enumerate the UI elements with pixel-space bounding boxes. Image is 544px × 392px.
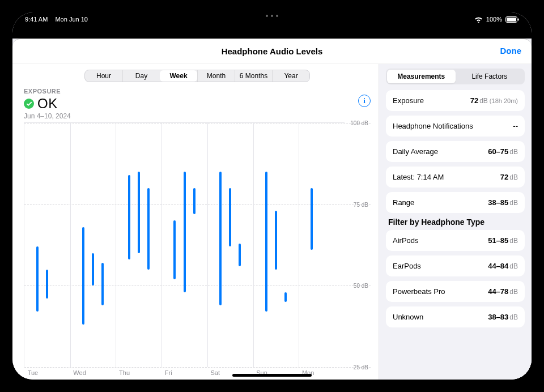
- measurement-row-1-label: Headphone Notifications: [393, 122, 473, 130]
- done-button[interactable]: Done: [500, 46, 522, 56]
- filter-row-3-value: 38–83dB: [488, 313, 518, 321]
- svg-rect-1: [507, 18, 516, 22]
- filter-row-0-label: AirPods: [393, 236, 419, 245]
- chart-bar[interactable]: [82, 227, 84, 325]
- x-tick-label: Fri: [165, 369, 172, 376]
- home-indicator[interactable]: [232, 374, 312, 377]
- measurement-row-3-label: Latest: 7:14 AM: [393, 173, 444, 181]
- time-range-week[interactable]: Week: [160, 70, 197, 82]
- measurement-row-0[interactable]: Exposure72dB(18h 20m): [386, 90, 525, 111]
- chart-bar[interactable]: [284, 292, 287, 302]
- measurement-row-2-label: Daily Average: [393, 147, 438, 156]
- chart-bar[interactable]: [173, 220, 176, 279]
- time-range-hour[interactable]: Hour: [85, 70, 122, 82]
- x-tick-label: Sat: [211, 369, 220, 376]
- sheet-body: HourDayWeekMonth6 MonthsYear EXPOSURE OK…: [12, 64, 532, 380]
- measurement-row-0-label: Exposure: [393, 96, 424, 105]
- y-tick-label: 50 dB: [354, 283, 368, 289]
- chart-bar[interactable]: [311, 188, 313, 250]
- y-tick-label: 100 dB: [350, 120, 368, 126]
- audio-level-chart[interactable]: 25 dB50 dB75 dB100 dBTueWedThuFriSatSunM…: [24, 122, 345, 367]
- measurements-list: Exposure72dB(18h 20m)Headphone Notificat…: [386, 90, 525, 213]
- status-time: 9:41 AM: [25, 16, 48, 23]
- filter-row-3-label: Unknown: [393, 313, 423, 321]
- battery-percent: 100%: [486, 16, 502, 23]
- chart-bar[interactable]: [239, 244, 241, 266]
- filter-row-3[interactable]: Unknown38–83dB: [386, 306, 525, 327]
- chart-bar[interactable]: [46, 270, 48, 299]
- main-panel: HourDayWeekMonth6 MonthsYear EXPOSURE OK…: [12, 64, 379, 380]
- chart-bar[interactable]: [138, 172, 140, 253]
- filter-row-0[interactable]: AirPods51–85dB: [386, 230, 525, 251]
- exposure-header: EXPOSURE OK Jun 4–10, 2024 i: [24, 88, 371, 120]
- screen: 9:41 AM Mon Jun 10 100% Headphone Audio …: [12, 12, 532, 380]
- x-tick-label: Tue: [28, 369, 39, 376]
- svg-rect-2: [518, 18, 519, 20]
- time-range-year[interactable]: Year: [272, 70, 309, 82]
- y-tick-label: 25 dB: [354, 364, 368, 370]
- page-title: Headphone Audio Levels: [222, 46, 323, 56]
- filter-row-1-label: EarPods: [393, 262, 421, 270]
- info-button[interactable]: i: [358, 95, 371, 107]
- time-range-day[interactable]: Day: [122, 70, 160, 82]
- side-panel: MeasurementsLife Factors Exposure72dB(18…: [379, 64, 532, 380]
- status-bar: 9:41 AM Mon Jun 10 100%: [12, 12, 532, 26]
- chart-bar[interactable]: [36, 246, 39, 312]
- chart-bar[interactable]: [193, 188, 196, 214]
- chart-area[interactable]: 25 dB50 dB75 dB100 dBTueWedThuFriSatSunM…: [24, 122, 371, 380]
- filter-row-0-value: 51–85dB: [488, 236, 518, 245]
- chart-bar[interactable]: [219, 172, 222, 305]
- x-tick-label: Thu: [119, 369, 130, 376]
- side-tabs-segmented-control[interactable]: MeasurementsLife Factors: [386, 69, 525, 84]
- filter-row-1[interactable]: EarPods44–84dB: [386, 255, 525, 276]
- time-range-month[interactable]: Month: [197, 70, 235, 82]
- measurement-row-4-value: 38–85dB: [488, 198, 518, 207]
- measurement-row-2[interactable]: Daily Average60–75dB: [386, 141, 525, 162]
- chart-bar[interactable]: [184, 172, 186, 292]
- measurement-row-3-value: 72dB: [500, 173, 518, 181]
- time-range-6months[interactable]: 6 Months: [235, 70, 272, 82]
- exposure-status: OK: [37, 96, 58, 112]
- chart-bar[interactable]: [101, 263, 104, 305]
- exposure-caption: EXPOSURE: [24, 88, 71, 95]
- measurement-row-0-value: 72dB(18h 20m): [470, 96, 518, 105]
- filter-row-2[interactable]: Powerbeats Pro44–78dB: [386, 281, 525, 302]
- time-range-segmented-control[interactable]: HourDayWeekMonth6 MonthsYear: [84, 70, 310, 82]
- chart-bar[interactable]: [128, 175, 130, 259]
- chart-bar[interactable]: [265, 172, 267, 312]
- measurement-row-4[interactable]: Range38–85dB: [386, 192, 525, 213]
- battery-icon: [505, 16, 519, 23]
- filter-section-title: Filter by Headphone Type: [388, 218, 522, 227]
- chart-bar[interactable]: [275, 211, 277, 269]
- side-tab-measurements[interactable]: Measurements: [387, 70, 456, 83]
- device-frame: 9:41 AM Mon Jun 10 100% Headphone Audio …: [0, 0, 544, 392]
- measurement-row-2-value: 60–75dB: [488, 147, 518, 156]
- filter-row-1-value: 44–84dB: [488, 262, 518, 270]
- status-ok-icon: [24, 99, 34, 109]
- filter-row-2-label: Powerbeats Pro: [393, 287, 445, 296]
- chart-bar[interactable]: [147, 188, 150, 270]
- filter-row-2-value: 44–78dB: [488, 287, 518, 296]
- measurement-row-3[interactable]: Latest: 7:14 AM72dB: [386, 167, 525, 188]
- filter-list: AirPods51–85dBEarPods44–84dBPowerbeats P…: [386, 230, 525, 327]
- y-tick-label: 75 dB: [354, 201, 368, 207]
- wifi-icon: [474, 16, 483, 23]
- status-date: Mon Jun 10: [55, 16, 87, 23]
- measurement-row-4-label: Range: [393, 198, 414, 207]
- exposure-date-range: Jun 4–10, 2024: [24, 112, 71, 120]
- detail-sheet: Headphone Audio Levels Done HourDayWeekM…: [12, 39, 532, 380]
- x-tick-label: Wed: [73, 369, 86, 376]
- side-tab-life-factors[interactable]: Life Factors: [456, 70, 524, 83]
- sheet-background-strip: [12, 26, 532, 39]
- measurement-row-1-value: --: [513, 122, 518, 130]
- sheet-header: Headphone Audio Levels Done: [12, 39, 532, 64]
- chart-bar[interactable]: [229, 188, 231, 246]
- measurement-row-1[interactable]: Headphone Notifications--: [386, 116, 525, 137]
- multitask-dots-icon: [266, 15, 278, 17]
- chart-bar[interactable]: [92, 253, 94, 286]
